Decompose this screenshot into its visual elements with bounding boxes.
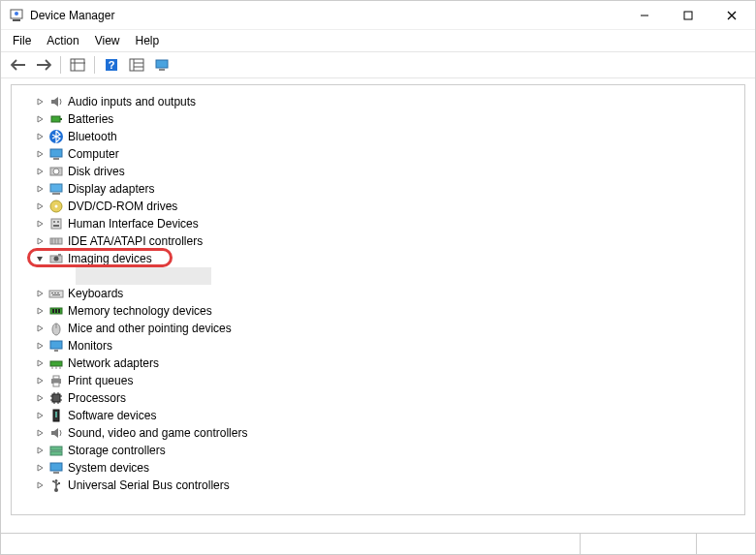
svg-point-28 (55, 205, 58, 208)
svg-rect-16 (156, 60, 168, 68)
toolbar-back-button[interactable] (7, 54, 30, 76)
chevron-right-icon[interactable] (33, 480, 47, 490)
tree-item-batteries[interactable]: Batteries (16, 110, 740, 128)
svg-rect-26 (52, 193, 60, 195)
app-icon (9, 8, 24, 23)
status-segment (581, 534, 697, 554)
svg-rect-52 (54, 350, 58, 352)
tree-child-item[interactable] (16, 267, 740, 285)
svg-rect-71 (50, 447, 62, 450)
tree-item-storage-controllers[interactable]: Storage controllers (16, 442, 740, 459)
menu-action[interactable]: Action (39, 32, 86, 49)
toolbar-help-button[interactable]: ? (100, 54, 123, 76)
chevron-right-icon[interactable] (33, 184, 47, 194)
svg-rect-22 (53, 158, 59, 160)
chevron-right-icon[interactable] (33, 114, 47, 124)
tree-item-human-interface-devices[interactable]: Human Interface Devices (16, 215, 740, 232)
window-controls (622, 2, 753, 29)
tree-item-label: Network adapters (68, 356, 159, 370)
svg-rect-44 (52, 294, 60, 295)
sound-controller-icon (48, 425, 64, 441)
tree-item-label: Processors (68, 391, 126, 405)
battery-icon (48, 111, 64, 127)
tree-item-monitors[interactable]: Monitors (16, 337, 740, 355)
svg-rect-51 (50, 341, 62, 349)
svg-rect-41 (51, 293, 53, 293)
tree-item-mice-and-other-pointing-devices[interactable]: Mice and other pointing devices (16, 320, 740, 337)
tree-item-audio-inputs-and-outputs[interactable]: Audio inputs and outputs (16, 93, 740, 110)
toolbar-show-hide-button[interactable] (66, 54, 89, 76)
chevron-right-icon[interactable] (33, 167, 47, 176)
chevron-right-icon[interactable] (33, 324, 47, 333)
chevron-right-icon[interactable] (33, 376, 47, 385)
tree-item-disk-drives[interactable]: Disk drives (16, 163, 740, 180)
menu-help[interactable]: Help (128, 32, 168, 49)
toolbar-separator (60, 56, 61, 74)
svg-point-2 (15, 12, 18, 15)
toolbar-properties-button[interactable] (125, 54, 148, 76)
chevron-right-icon[interactable] (33, 289, 47, 298)
chevron-right-icon[interactable] (33, 132, 47, 141)
chevron-right-icon[interactable] (33, 306, 47, 316)
chevron-right-icon[interactable] (33, 149, 47, 159)
svg-rect-12 (130, 59, 143, 71)
chevron-right-icon[interactable] (33, 97, 47, 107)
chevron-down-icon[interactable] (33, 254, 47, 263)
tree-item-sound-video-and-game-controllers[interactable]: Sound, video and game controllers (16, 424, 740, 442)
chevron-right-icon[interactable] (33, 393, 47, 403)
chevron-right-icon[interactable] (33, 411, 47, 420)
tree-item-network-adapters[interactable]: Network adapters (16, 355, 740, 372)
toolbar: ? (1, 51, 755, 78)
svg-rect-18 (51, 116, 60, 122)
close-button[interactable] (709, 2, 753, 29)
svg-rect-32 (53, 225, 59, 227)
chevron-right-icon[interactable] (33, 219, 47, 229)
chevron-right-icon[interactable] (33, 236, 47, 246)
audio-icon (48, 94, 64, 109)
menu-file[interactable]: File (5, 32, 39, 49)
tree-item-software-devices[interactable]: Software devices (16, 407, 740, 424)
tree-item-keyboards[interactable]: Keyboards (16, 285, 740, 302)
tree-item-label: Software devices (68, 409, 156, 422)
status-segment (697, 534, 755, 554)
tree-item-processors[interactable]: Processors (16, 389, 740, 407)
tree-item-label: Storage controllers (68, 444, 166, 457)
chevron-right-icon[interactable] (33, 463, 47, 473)
tree-item-label: Sound, video and game controllers (68, 426, 247, 440)
toolbar-scan-button[interactable] (150, 54, 173, 76)
tree-item-label: Human Interface Devices (68, 217, 199, 231)
chevron-right-icon[interactable] (33, 341, 47, 351)
tree-item-computer[interactable]: Computer (16, 145, 740, 163)
tree-item-label: Disk drives (68, 165, 125, 178)
svg-rect-25 (50, 184, 62, 192)
menu-view[interactable]: View (87, 32, 128, 49)
chevron-right-icon[interactable] (33, 446, 47, 455)
tree-item-ide-ata-atapi-controllers[interactable]: IDE ATA/ATAPI controllers (16, 232, 740, 250)
minimize-button[interactable] (622, 2, 666, 29)
svg-rect-17 (159, 69, 165, 71)
tree-item-print-queues[interactable]: Print queues (16, 372, 740, 389)
chevron-right-icon[interactable] (33, 201, 47, 211)
tree-item-label: Universal Serial Bus controllers (68, 478, 230, 492)
chevron-right-icon[interactable] (33, 358, 47, 368)
toolbar-separator (94, 56, 95, 74)
tree-item-bluetooth[interactable]: Bluetooth (16, 128, 740, 145)
tree-item-system-devices[interactable]: System devices (16, 459, 740, 477)
device-tree-pane[interactable]: Audio inputs and outputsBatteriesBluetoo… (11, 84, 745, 515)
imaging-icon (48, 251, 64, 266)
maximize-button[interactable] (666, 2, 709, 29)
tree-item-dvd-cd-rom-drives[interactable]: DVD/CD-ROM drives (16, 198, 740, 215)
tree-item-universal-serial-bus-controllers[interactable]: Universal Serial Bus controllers (16, 477, 740, 494)
svg-rect-1 (13, 19, 20, 21)
svg-point-30 (53, 221, 55, 223)
tree-item-imaging-devices[interactable]: Imaging devices (16, 250, 740, 267)
chevron-right-icon[interactable] (33, 428, 47, 438)
bluetooth-icon (48, 129, 64, 144)
display-adapter-icon (48, 181, 64, 197)
toolbar-forward-button[interactable] (32, 54, 55, 76)
printer-icon (48, 373, 64, 388)
tree-item-display-adapters[interactable]: Display adapters (16, 180, 740, 198)
mouse-icon (48, 321, 64, 336)
tree-item-memory-technology-devices[interactable]: Memory technology devices (16, 302, 740, 320)
svg-rect-53 (50, 361, 62, 366)
